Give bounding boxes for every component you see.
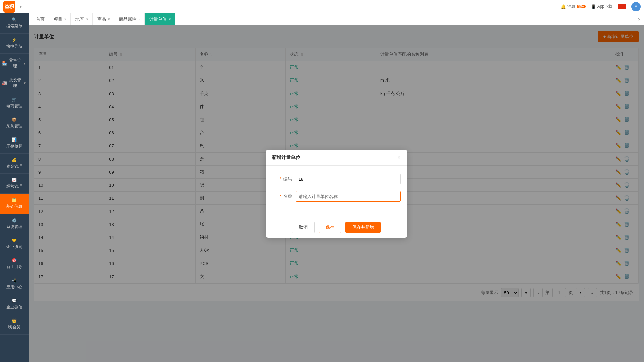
sidebar-item-label: 快捷导航	[6, 44, 22, 49]
tab-label: 商品属性	[119, 16, 137, 22]
chevron-down-icon: ▼	[23, 81, 26, 85]
tab-goods-attr[interactable]: 商品属性 ×	[115, 13, 145, 25]
tab-region[interactable]: 地区 ×	[71, 13, 93, 25]
code-input[interactable]	[296, 174, 401, 184]
sidebar-item-basicinfo[interactable]: 🗂️ 基础信息	[0, 194, 29, 214]
sidebar-item-label: 搜索菜单	[6, 23, 22, 29]
modal-footer: 取消 保存 保存并新增	[266, 217, 407, 238]
save-and-new-button[interactable]: 保存并新增	[345, 222, 381, 233]
sidebar-item-search[interactable]: 🔍 搜索菜单	[0, 13, 29, 34]
sidebar-item-label: 系统管理	[6, 224, 22, 230]
sidebar-item-label: 电商管理	[6, 103, 22, 109]
member-icon: 👑	[12, 318, 17, 323]
required-mark: *	[280, 194, 281, 199]
retail-icon: 🏪	[2, 61, 7, 66]
search-icon: 🔍	[12, 17, 17, 22]
content-area: 首页 项目 × 地区 × 商品 × 商品属性 × 计量单位 × ×	[29, 13, 644, 362]
sidebar-item-label: 批发管理	[8, 77, 22, 89]
notify-button[interactable]: 🔔 消息 99+	[561, 4, 586, 9]
close-icon[interactable]: ×	[169, 17, 171, 21]
sidebar-item-appcenter[interactable]: 📲 应用中心	[0, 274, 29, 294]
modal-close-button[interactable]: ×	[397, 155, 400, 161]
wholesale-icon: 🏭	[2, 81, 7, 85]
mobile-icon: 📱	[591, 4, 596, 9]
top-bar-right: 🔔 消息 99+ 📱 App下载 A	[561, 2, 641, 11]
cancel-button[interactable]: 取消	[292, 222, 315, 233]
form-label-name: * 名称	[272, 193, 292, 199]
user-avatar[interactable]: A	[631, 2, 641, 11]
form-label-code: * 编码	[272, 176, 292, 182]
wechat-icon: 💬	[12, 298, 17, 303]
sidebar-item-wechat[interactable]: 💬 企业微信	[0, 294, 29, 314]
bell-icon: 🔔	[561, 4, 566, 9]
close-icon[interactable]: ×	[139, 17, 141, 21]
sidebar: 🔍 搜索菜单 ⚡ 快捷导航 🏪 零售管理 ▼ 🏭 批发管理 ▼ 🛒 电商管理 📦…	[0, 13, 29, 362]
language-flag[interactable]	[618, 4, 626, 9]
sidebar-item-label: 嗨会员	[8, 324, 20, 330]
guide-icon: 🎯	[12, 258, 17, 263]
required-mark: *	[280, 176, 281, 181]
sidebar-item-ecommerce[interactable]: 🛒 电商管理	[0, 93, 29, 113]
tab-measure-unit[interactable]: 计量单位 ×	[145, 13, 175, 25]
sidebar-item-system[interactable]: ⚙️ 系统管理	[0, 214, 29, 234]
enterprise-icon: 🤝	[12, 238, 17, 243]
sidebar-item-label: 基础信息	[6, 204, 22, 209]
close-all-tabs-button[interactable]: ×	[638, 17, 641, 22]
logo: 益积	[3, 1, 15, 13]
notify-badge: 99+	[577, 5, 586, 8]
tab-home[interactable]: 首页	[32, 13, 49, 25]
chevron-down-icon: ▼	[23, 62, 26, 65]
sidebar-item-enterprise[interactable]: 🤝 企业协同	[0, 234, 29, 254]
app-download-button[interactable]: 📱 App下载	[591, 4, 612, 9]
expand-button[interactable]: ▼	[19, 4, 23, 9]
sidebar-item-label: 应用中心	[6, 284, 22, 290]
finance-icon: 💰	[12, 158, 17, 162]
basicinfo-icon: 🗂️	[12, 198, 17, 202]
appcenter-icon: 📲	[12, 278, 17, 283]
logo-icon: 益积	[3, 1, 15, 13]
tab-bar: 首页 项目 × 地区 × 商品 × 商品属性 × 计量单位 × ×	[29, 13, 644, 25]
sidebar-item-operations[interactable]: 📈 经营管理	[0, 174, 29, 194]
tab-goods[interactable]: 商品 ×	[93, 13, 114, 25]
tab-label: 地区	[75, 16, 84, 22]
top-bar-left: 益积 ▼	[3, 1, 23, 13]
sidebar-item-quicknav[interactable]: ⚡ 快捷导航	[0, 34, 29, 54]
form-row-name: * 名称	[272, 191, 401, 202]
modal-overlay: 新增计量单位 × * 编码 *	[29, 25, 644, 362]
tab-label: 首页	[36, 16, 45, 22]
tab-label: 商品	[97, 16, 106, 22]
sidebar-item-retail[interactable]: 🏪 零售管理 ▼	[0, 54, 29, 73]
modal-header: 新增计量单位 ×	[266, 150, 407, 166]
modal-title: 新增计量单位	[272, 155, 300, 161]
inventory-icon: 📊	[12, 137, 17, 142]
page-content: 计量单位 + 新增计量单位 序号 编号 ⇅ 名称 ⇅ 状态 ⇅ 计量单位匹配的名…	[29, 25, 644, 362]
save-button[interactable]: 保存	[319, 222, 341, 233]
ecommerce-icon: 🛒	[12, 97, 17, 102]
close-icon[interactable]: ×	[86, 17, 88, 21]
purchase-icon: 📦	[12, 117, 17, 122]
close-icon[interactable]: ×	[64, 17, 66, 21]
sidebar-item-guide[interactable]: 🎯 新手引导	[0, 254, 29, 274]
sidebar-item-label: 经营管理	[6, 184, 22, 189]
sidebar-item-label: 库存核算	[6, 143, 22, 149]
sidebar-item-label: 企业微信	[6, 304, 22, 310]
sidebar-item-label: 新手引导	[6, 264, 22, 270]
tab-label: 项目	[54, 16, 62, 22]
system-icon: ⚙️	[12, 218, 17, 223]
operations-icon: 📈	[12, 178, 17, 182]
sidebar-item-member[interactable]: 👑 嗨会员	[0, 314, 29, 335]
sidebar-item-purchase[interactable]: 📦 采购管理	[0, 113, 29, 133]
sidebar-item-finance[interactable]: 💰 资金管理	[0, 154, 29, 174]
sidebar-item-inventory[interactable]: 📊 库存核算	[0, 133, 29, 154]
name-input[interactable]	[296, 191, 401, 202]
tab-label: 计量单位	[149, 16, 167, 22]
sidebar-item-label: 采购管理	[6, 123, 22, 129]
add-measure-unit-modal: 新增计量单位 × * 编码 *	[266, 150, 407, 238]
modal-body: * 编码 * 名称	[266, 166, 407, 217]
close-icon[interactable]: ×	[108, 17, 110, 21]
sidebar-item-label: 资金管理	[6, 164, 22, 169]
main-layout: 🔍 搜索菜单 ⚡ 快捷导航 🏪 零售管理 ▼ 🏭 批发管理 ▼ 🛒 电商管理 📦…	[0, 13, 644, 362]
sidebar-item-wholesale[interactable]: 🏭 批发管理 ▼	[0, 73, 29, 93]
sidebar-item-label: 零售管理	[8, 58, 22, 69]
tab-project[interactable]: 项目 ×	[50, 13, 71, 25]
